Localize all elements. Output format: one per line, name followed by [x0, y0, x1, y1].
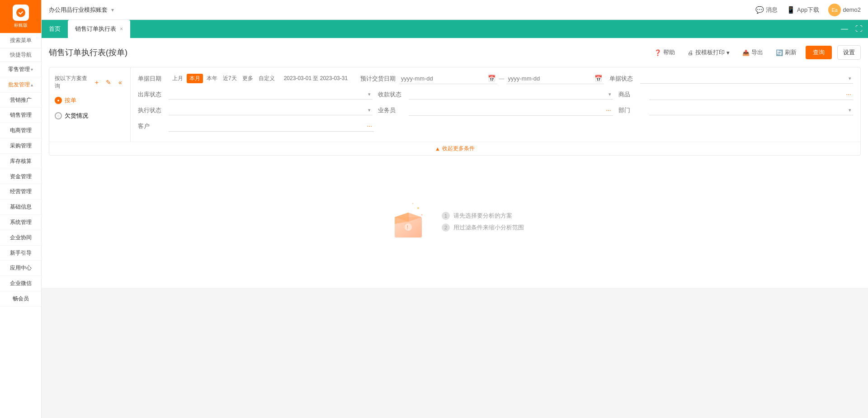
sidebar-item-purchase[interactable]: 采购管理	[0, 138, 41, 154]
industry-dropdown-icon[interactable]: ▾	[111, 7, 114, 13]
app-download-action[interactable]: 📱 App下载	[787, 6, 819, 14]
date-btn-last-month[interactable]: 上月	[170, 74, 185, 83]
settings-button[interactable]: 设置	[837, 45, 861, 60]
avatar-text: Ea	[832, 7, 838, 13]
expected-date-start-wrap[interactable]: 📅	[399, 73, 497, 84]
sidebar-item-finance-label: 资金管理	[10, 173, 32, 180]
tab-active[interactable]: 销售订单执行表 ×	[68, 20, 130, 38]
message-action[interactable]: 💬 消息	[755, 6, 778, 14]
header-left: 办公用品行业模拟账套 ▾	[49, 6, 114, 14]
sidebar-item-operations[interactable]: 经营管理	[0, 184, 41, 200]
empty-state-item-1: 1 请先选择要分析的方案	[442, 212, 524, 220]
scheme-circle-icon: ○	[55, 112, 62, 119]
date-btn-this-year[interactable]: 本年	[205, 74, 219, 83]
execution-status-arrow-icon: ▾	[368, 107, 371, 113]
department-select[interactable]: ▾	[649, 105, 853, 115]
warehouse-status-select[interactable]: ▾	[169, 90, 373, 100]
cal-start-icon: 📅	[488, 75, 495, 82]
expected-date-end-wrap[interactable]: 📅	[506, 73, 604, 84]
date-btn-custom[interactable]: 自定义	[257, 74, 277, 83]
filter-collapse-button[interactable]: ▲ 收起更多条件	[49, 142, 860, 155]
help-icon: ❓	[654, 49, 661, 56]
app-label: 标账版	[14, 22, 28, 28]
scheme-item-shortfall[interactable]: ○ 欠货情况	[49, 108, 130, 124]
filter-field-warehouse-status: 出库状态 ▾	[138, 90, 373, 100]
sidebar-item-wholesale[interactable]: 批发管理 ▴	[0, 77, 41, 93]
sidebar-item-sales[interactable]: 销售管理	[0, 108, 41, 123]
tab-bar-actions: — ⛶	[839, 24, 868, 34]
expected-date-end[interactable]	[508, 75, 595, 82]
empty-state-texts: 1 请先选择要分析的方案 2 用过滤条件来缩小分析范围	[442, 212, 524, 232]
tab-home[interactable]: 首页	[42, 20, 68, 38]
quick-nav[interactable]: 快捷导航	[0, 48, 41, 62]
industry-label: 办公用品行业模拟账套	[49, 6, 108, 14]
help-button[interactable]: ❓ 帮助	[651, 47, 679, 58]
sidebar-item-wechat[interactable]: 企业微信	[0, 276, 41, 291]
cal-end-icon: 📅	[594, 75, 602, 82]
sidebar-item-enterprise[interactable]: 企业协同	[0, 230, 41, 246]
message-label: 消息	[766, 6, 778, 14]
execution-status-select[interactable]: ▾	[169, 105, 373, 115]
salesperson-label: 业务员	[378, 106, 405, 114]
date-btn-this-month[interactable]: 本月	[187, 74, 203, 83]
scheme-item-label-0: 按单	[65, 96, 76, 104]
scheme-collapse-button[interactable]: «	[116, 78, 125, 87]
expected-date-start[interactable]	[401, 75, 488, 82]
status-select[interactable]: ▾	[640, 74, 853, 84]
tab-home-label: 首页	[49, 25, 61, 33]
filter-field-expected-date: 预计交货日期 📅 — 📅	[360, 73, 604, 84]
payment-status-arrow-icon: ▾	[609, 91, 611, 97]
sidebar-item-apps-label: 应用中心	[10, 265, 32, 271]
date-quick-buttons: 上月 本月 本年 近7天 更多 自定义	[170, 74, 277, 83]
sidebar-item-ecommerce[interactable]: 电商管理	[0, 123, 41, 138]
sidebar-item-basic[interactable]: 基础信息	[0, 200, 41, 215]
sidebar-item-system-label: 系统管理	[10, 219, 32, 225]
svg-point-8	[405, 223, 412, 231]
tab-close-icon[interactable]: ×	[120, 26, 123, 32]
warehouse-status-arrow-icon: ▾	[368, 91, 371, 97]
sidebar-item-guide[interactable]: 新手引导	[0, 246, 41, 261]
sidebar-item-apps[interactable]: 应用中心	[0, 261, 41, 276]
tab-minimize-icon[interactable]: —	[839, 24, 850, 34]
sidebar-item-purchase-label: 采购管理	[10, 142, 32, 149]
scheme-add-button[interactable]: +	[92, 78, 101, 87]
print-arrow-icon: ▾	[726, 49, 730, 56]
filter-row-2: 出库状态 ▾ 收款状态 ▾	[138, 89, 853, 100]
sidebar-item-guide-label: 新手引导	[10, 250, 32, 256]
sidebar-item-inventory[interactable]: 库存核算	[0, 154, 41, 169]
page-title: 销售订单执行表(按单)	[49, 47, 127, 58]
scheme-item-by-order[interactable]: ● 按单	[49, 93, 130, 108]
date-btn-more[interactable]: 更多	[241, 74, 255, 83]
sidebar-item-marketing[interactable]: 营销推广	[0, 93, 41, 108]
sidebar-item-finance[interactable]: 资金管理	[0, 169, 41, 185]
empty-text-1: 请先选择要分析的方案	[453, 212, 512, 220]
payment-status-select[interactable]: ▾	[409, 90, 613, 100]
scheme-header-label: 按以下方案查询	[55, 75, 92, 90]
user-profile[interactable]: Ea demo2	[828, 4, 861, 16]
search-menu[interactable]: 搜索菜单	[0, 33, 41, 48]
svg-point-7	[412, 203, 414, 204]
department-arrow-icon: ▾	[849, 107, 851, 113]
empty-num-2: 2	[442, 223, 450, 232]
sidebar-item-member[interactable]: 畅会员	[0, 291, 41, 307]
salesperson-select[interactable]: ···	[409, 104, 613, 116]
filter-field-department: 部门 ▾	[618, 105, 853, 115]
tab-active-label: 销售订单执行表	[75, 25, 116, 33]
sidebar: 标账版 搜索菜单 快捷导航 零售管理 ▾ 批发管理 ▴ 营销推广 销售管理 电商…	[0, 0, 42, 418]
goods-select[interactable]: ···	[649, 89, 853, 100]
date-btn-last-7[interactable]: 近7天	[221, 74, 239, 83]
scheme-edit-button[interactable]: ✎	[104, 78, 113, 87]
refresh-button[interactable]: 🔄 刷新	[772, 47, 800, 58]
sidebar-item-wechat-label: 企业微信	[10, 280, 32, 286]
query-button[interactable]: 查询	[806, 46, 832, 59]
empty-num-1: 1	[442, 212, 450, 220]
sidebar-item-retail[interactable]: 零售管理 ▾	[0, 62, 41, 77]
retail-arrow-icon: ▾	[31, 67, 33, 72]
tab-maximize-icon[interactable]: ⛶	[854, 24, 864, 34]
empty-state-item-2: 2 用过滤条件来缩小分析范围	[442, 223, 524, 232]
sidebar-item-ecommerce-label: 电商管理	[10, 127, 32, 133]
print-button[interactable]: 🖨 按模板打印 ▾	[684, 47, 733, 58]
sidebar-item-system[interactable]: 系统管理	[0, 215, 41, 230]
export-button[interactable]: 📤 导出	[739, 47, 767, 58]
customer-select[interactable]: ···	[169, 120, 374, 132]
